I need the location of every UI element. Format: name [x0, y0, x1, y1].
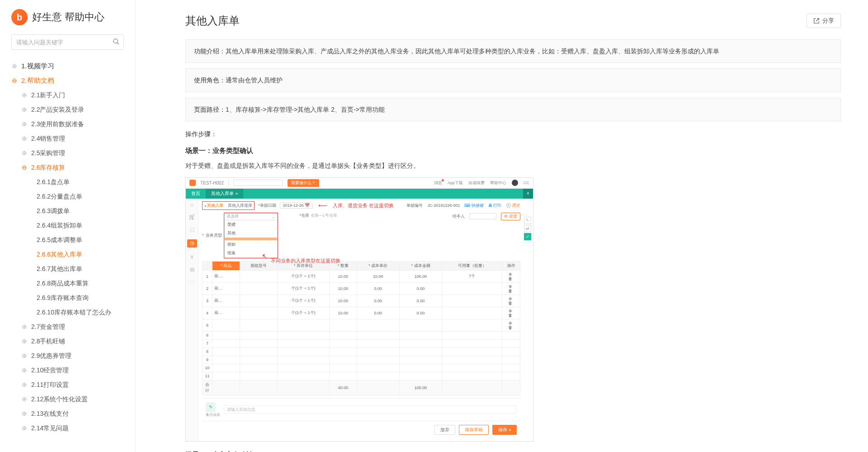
leftbar-box-icon[interactable]: ▢	[189, 227, 195, 233]
plus-icon: ⊕	[21, 92, 28, 98]
table-row[interactable]: 9	[203, 356, 520, 364]
biztype-label: 业务类型	[206, 233, 222, 238]
tab-current[interactable]: 其他入库单×	[206, 189, 243, 199]
nav-2-6-7[interactable]: 2.6.7其他出库单	[11, 262, 124, 276]
nav-2-6-9[interactable]: 2.6.9库存账本查询	[11, 290, 124, 305]
date-label: *单据日期	[258, 203, 276, 209]
warehouse-value[interactable]: 仓库—1号仓库	[311, 213, 337, 218]
search-input[interactable]	[11, 34, 124, 50]
nav-2-12[interactable]: ⊕2.12系统个性化设置	[11, 392, 124, 406]
remark-label: 备注信息	[206, 412, 220, 417]
table-row[interactable]: 6	[203, 331, 520, 339]
rightbar-item[interactable]: ✎	[524, 217, 531, 224]
row-ops[interactable]: ⊕ 🗑	[502, 319, 520, 331]
logo[interactable]: b 好生意 帮助中心	[11, 9, 124, 25]
row-ops[interactable]: ⊕ 🗑	[502, 282, 520, 295]
plus-icon: ⊕	[21, 150, 28, 156]
leftbar-stock-icon[interactable]: ◷	[187, 239, 197, 247]
leftbar-more-icon[interactable]: ⋯	[189, 279, 195, 285]
row-ops[interactable]: ⊕ 🗑	[502, 295, 520, 307]
nav-2-2[interactable]: ⊕2.2产品安装及登录	[11, 102, 124, 117]
leftbar-money-icon[interactable]: ¥	[189, 254, 195, 260]
dropdown-item[interactable]: 受赠	[225, 220, 277, 229]
logo-text: 好生意 帮助中心	[32, 10, 104, 24]
table-row[interactable]: 11	[203, 372, 520, 380]
table-row[interactable]: 3商…个(1个 = 1个)10.000.000.00⊕ 🗑	[203, 295, 520, 307]
nav-2-6-10[interactable]: 2.6.10库存账本错了怎么办	[11, 305, 124, 319]
nav-2-11[interactable]: ⊕2.11打印设置	[11, 377, 124, 392]
nav-2-7[interactable]: ⊕2.7资金管理	[11, 319, 124, 334]
nav-2-6-4[interactable]: 2.6.4组装拆卸单	[11, 218, 124, 233]
row-ops[interactable]: ⊕ 🗑	[502, 307, 520, 319]
nav-2-8[interactable]: ⊕2.8手机旺铺	[11, 334, 124, 348]
row-ops[interactable]: ⊕ 🗑	[502, 270, 520, 282]
dropdown-list: 受赠 其他 拆卸 组装	[224, 220, 278, 258]
plus-icon: ⊕	[21, 338, 28, 344]
nav-2-6-2[interactable]: 2.6.2分量盘点单	[11, 189, 124, 204]
history-link[interactable]: 🕘 历史	[506, 203, 520, 209]
nav-2-13[interactable]: ⊕2.13在线支付	[11, 406, 124, 421]
nav-2-9[interactable]: ⊕2.9优惠券管理	[11, 348, 124, 363]
nav-2-6-8[interactable]: 2.6.8商品成本重算	[11, 276, 124, 290]
leftbar-cart-icon[interactable]: 🛒	[189, 214, 195, 220]
save-button[interactable]: 保存▾	[492, 425, 517, 435]
dropdown-item[interactable]: 组装	[225, 249, 277, 257]
nav-video[interactable]: ⊕1.视频学习	[11, 59, 124, 73]
tabs-close-all[interactable]: ×	[523, 189, 533, 199]
app-help-link[interactable]: 帮助中心	[490, 180, 506, 186]
rightbar-item[interactable]: ⤢	[524, 233, 531, 240]
app-download-link[interactable]: App下载	[448, 180, 463, 186]
print-link[interactable]: 🖶 打印	[488, 203, 502, 209]
radio-other-in[interactable]: 其他入库	[204, 203, 223, 209]
rightbar-item[interactable]: ⇄	[524, 225, 531, 232]
dropdown-item[interactable]: 其他	[225, 229, 277, 238]
search-button[interactable]	[111, 37, 121, 47]
nav-2-4[interactable]: ⊕2.4销售管理	[11, 131, 124, 146]
dropdown-item[interactable]: 拆卸	[225, 240, 277, 249]
table-row[interactable]: 7	[203, 339, 520, 347]
date-input[interactable]: 2019-12-26 📅	[280, 202, 313, 209]
app-action-button[interactable]: 我要做什么？	[288, 179, 319, 187]
remark-icon: ✎	[206, 402, 216, 412]
table-row[interactable]: 1商…个(1个 = 1个)10.0010.00100.007个⊕ 🗑	[203, 270, 520, 282]
table-row[interactable]: 8	[203, 347, 520, 356]
biztype-dropdown[interactable]: 请选择⌄ 受赠 其他 拆卸 组装	[224, 213, 278, 258]
save-draft-button[interactable]: 保存草稿	[459, 425, 489, 435]
app-test-id: TEST-H002	[200, 181, 224, 186]
tab-home[interactable]: 首页	[186, 189, 206, 199]
nav-2-6[interactable]: ⊖2.6库存核算	[11, 160, 124, 175]
plus-icon: ⊕	[21, 381, 28, 388]
arrow-icon: ⟵	[318, 202, 327, 209]
nav-2-3[interactable]: ⊕2.3使用前数据准备	[11, 117, 124, 131]
bizperson-input[interactable]	[469, 213, 496, 219]
nav-2-1[interactable]: ⊕2.1新手入门	[11, 88, 124, 102]
app-msg-link[interactable]: 消息	[434, 180, 442, 186]
th-cost-price: * 成本单价	[357, 261, 399, 270]
app-search-mini[interactable]	[233, 180, 283, 186]
radio-other-in-return[interactable]: 其他入库退库	[228, 203, 252, 209]
nav-2-10[interactable]: ⊕2.10经营管理	[11, 363, 124, 377]
nav-2-6-5[interactable]: 2.6.5成本调整单	[11, 233, 124, 247]
app-renew-link[interactable]: 自成续费	[468, 180, 485, 186]
nav-2-6-1[interactable]: 2.6.1盘点单	[11, 175, 124, 189]
leftbar-report-icon[interactable]: ▤	[189, 266, 195, 273]
table-row[interactable]: 10	[203, 364, 520, 372]
table-row[interactable]: 5⊕ 🗑	[203, 319, 520, 331]
th-prod: * 商品	[212, 261, 240, 270]
discard-button[interactable]: 放弃	[434, 425, 455, 435]
nav-2-6-6[interactable]: 2.6.6其他入库单	[11, 247, 124, 262]
share-button[interactable]: 分享	[807, 14, 841, 28]
avatar-icon[interactable]	[512, 180, 518, 186]
nav-2-5[interactable]: ⊕2.5采购管理	[11, 146, 124, 160]
leftbar-home-icon[interactable]: ⌂	[189, 201, 195, 208]
shortcut-link[interactable]: ⌨ 快捷键	[464, 203, 484, 209]
table-row[interactable]: 2商…个(1个 = 1个)10.000.000.00⊕ 🗑	[203, 282, 520, 295]
nav-docs[interactable]: ⊖2.帮助文档	[11, 73, 124, 88]
remark-input[interactable]: 请输入其他信息	[224, 405, 517, 414]
nav-2-6-3[interactable]: 2.6.3调拨单	[11, 204, 124, 218]
nav-2-14[interactable]: ⊕2.14常见问题	[11, 421, 124, 435]
main-content: 其他入库单 分享 功能介绍：其他入库单用来处理除采购入库、产成品入库之外的其他入…	[136, 0, 868, 452]
setting-button[interactable]: ⚙ 设置	[501, 213, 520, 220]
close-icon[interactable]: ×	[236, 191, 238, 196]
table-row[interactable]: 4商…个(1个 = 1个)10.000.000.00⊕ 🗑	[203, 307, 520, 319]
